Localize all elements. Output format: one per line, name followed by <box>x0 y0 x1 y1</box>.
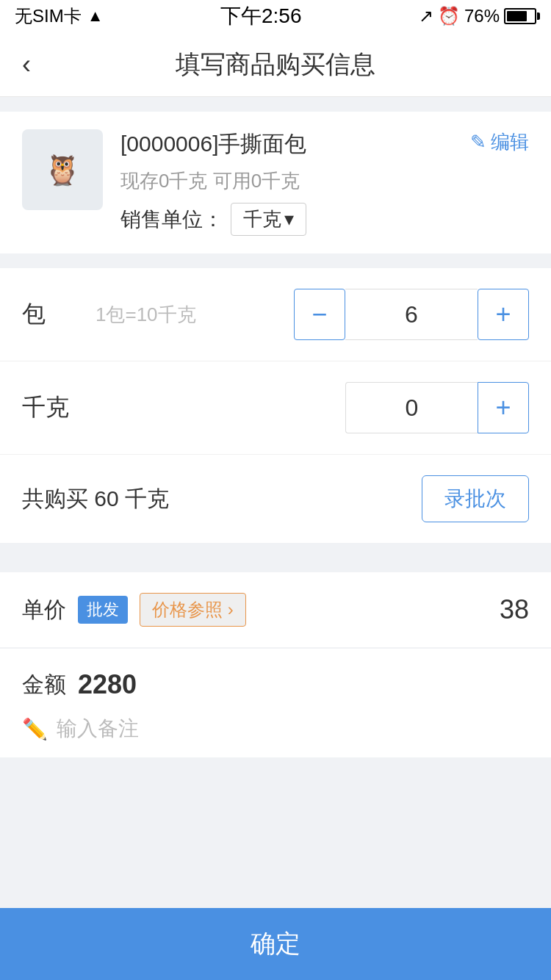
unit-value: 千克 <box>243 206 281 232</box>
edit-icon: ✎ <box>470 131 486 154</box>
remark-row[interactable]: ✏️ 输入备注 <box>22 715 529 743</box>
unit-select[interactable]: 千克 ▾ <box>231 203 306 236</box>
bao-quantity-input[interactable] <box>345 289 478 340</box>
bao-hint: 1包=10千克 <box>96 302 279 328</box>
price-label: 单价 <box>22 595 66 625</box>
kg-input-row: 千克 + <box>0 361 551 455</box>
price-section: 单价 批发 价格参照 › 38 <box>0 572 551 647</box>
divider-2 <box>0 543 551 558</box>
bao-controls: − + <box>294 289 529 340</box>
summary-text: 共购买 60 千克 <box>22 484 169 514</box>
status-time: 下午2:56 <box>220 2 302 30</box>
kg-quantity-input[interactable] <box>345 382 478 433</box>
location-icon: ↗ <box>419 6 433 26</box>
product-name: [0000006]手撕面包 <box>120 129 529 159</box>
carrier-label: 无SIM卡 <box>15 4 82 28</box>
product-card: 🦉 [0000006]手撕面包 现存0千克 可用0千克 销售单位： 千克 ▾ ✎… <box>0 112 551 253</box>
price-ref-button[interactable]: 价格参照 › <box>140 593 246 627</box>
battery-icon <box>504 8 536 24</box>
product-thumb-icon: 🦉 <box>44 153 81 187</box>
kg-controls: + <box>345 382 529 433</box>
product-unit-row: 销售单位： 千克 ▾ <box>120 203 529 236</box>
nav-bar: ‹ 填写商品购买信息 <box>0 32 551 97</box>
kg-plus-button[interactable]: + <box>478 382 529 433</box>
bao-minus-button[interactable]: − <box>294 289 345 340</box>
edit-button[interactable]: ✎ 编辑 <box>470 129 529 155</box>
product-info: [0000006]手撕面包 现存0千克 可用0千克 销售单位： 千克 ▾ <box>120 129 529 236</box>
product-stock: 现存0千克 可用0千克 <box>120 168 529 194</box>
amount-value: 2280 <box>78 669 137 700</box>
amount-row: 金额 2280 <box>22 669 529 700</box>
summary-row: 共购买 60 千克 录批次 <box>0 455 551 543</box>
batch-button[interactable]: 录批次 <box>422 475 529 522</box>
amount-section: 金额 2280 ✏️ 输入备注 <box>0 649 551 757</box>
alarm-icon: ⏰ <box>438 6 460 26</box>
remark-icon: ✏️ <box>22 717 48 741</box>
kg-label: 千克 <box>22 392 81 424</box>
price-tag: 批发 <box>78 596 128 624</box>
status-right: ↗ ⏰ 76% <box>419 6 536 26</box>
wifi-icon: ▲ <box>87 7 104 26</box>
bao-plus-button[interactable]: + <box>478 289 529 340</box>
unit-chevron-icon: ▾ <box>284 208 294 231</box>
battery-percent: 76% <box>464 6 500 26</box>
input-section: 包 1包=10千克 − + 千克 + 共购买 60 千克 录批次 <box>0 268 551 543</box>
confirm-button[interactable]: 确定 <box>0 908 551 980</box>
product-thumbnail: 🦉 <box>22 129 103 210</box>
amount-label: 金额 <box>22 670 66 700</box>
price-value: 38 <box>500 594 529 625</box>
unit-label: 销售单位： <box>120 206 223 234</box>
edit-label: 编辑 <box>491 129 529 155</box>
back-button[interactable]: ‹ <box>22 49 31 80</box>
remark-placeholder: 输入备注 <box>57 715 139 743</box>
page-title: 填写商品购买信息 <box>176 48 375 82</box>
divider-1 <box>0 253 551 268</box>
bao-label: 包 <box>22 298 81 331</box>
price-row: 单价 批发 价格参照 › 38 <box>22 593 529 627</box>
status-bar: 无SIM卡 ▲ 下午2:56 ↗ ⏰ 76% <box>0 0 551 32</box>
bao-input-row: 包 1包=10千克 − + <box>0 268 551 361</box>
status-left: 无SIM卡 ▲ <box>15 4 103 28</box>
